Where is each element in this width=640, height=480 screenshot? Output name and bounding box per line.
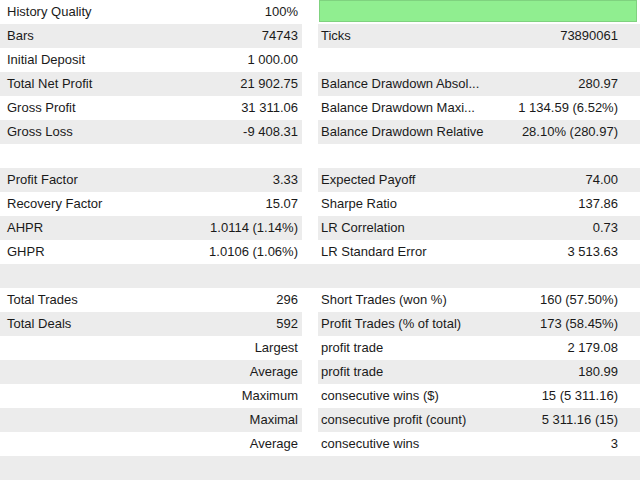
table-row: Maximum consecutive wins ($) 15 (5 311.1…: [0, 384, 640, 408]
column-gap: [302, 360, 318, 384]
row-right-section: [318, 0, 640, 24]
left-metric-label: [0, 408, 250, 432]
row-right-section: Balance Drawdown Absol... 280.97: [318, 72, 640, 96]
right-metric-label: Balance Drawdown Relative: [318, 120, 522, 144]
right-metric-label: Short Trades (won %): [318, 288, 540, 312]
left-metric-label: Gross Profit: [0, 96, 241, 120]
left-metric-value: 1.0114 (1.14%): [210, 216, 302, 240]
table-row: Initial Deposit 1 000.00: [0, 48, 640, 72]
right-metric-label: profit trade: [318, 360, 578, 384]
left-metric-value: 3.33: [273, 168, 302, 192]
row-left-section: Total Deals 592: [0, 312, 302, 336]
right-metric-value: 3: [611, 432, 640, 456]
column-gap: [302, 432, 318, 456]
right-metric-label: Sharpe Ratio: [318, 192, 578, 216]
row-right-section: LR Standard Error 3 513.63: [318, 240, 640, 264]
row-right-section: Profit Trades (% of total) 173 (58.45%): [318, 312, 640, 336]
table-row: Total Trades 296 Short Trades (won %) 16…: [0, 288, 640, 312]
row-right-section: Short Trades (won %) 160 (57.50%): [318, 288, 640, 312]
row-right-section: profit trade 180.99: [318, 360, 640, 384]
right-metric-value: 3 513.63: [567, 240, 640, 264]
left-metric-value: 21 902.75: [240, 72, 302, 96]
row-left-section: Initial Deposit 1 000.00: [0, 48, 302, 72]
right-metric-label: consecutive wins: [318, 432, 611, 456]
table-row: History Quality 100%: [0, 0, 640, 24]
right-metric-label: Expected Payoff: [318, 168, 585, 192]
right-metric-value: 74.00: [585, 168, 640, 192]
right-metric-value: 160 (57.50%): [540, 288, 640, 312]
row-right-section: Balance Drawdown Relative 28.10% (280.97…: [318, 120, 640, 144]
column-gap: [302, 0, 318, 24]
table-row: Gross Profit 31 311.06 Balance Drawdown …: [0, 96, 640, 120]
left-metric-label: [0, 336, 255, 360]
row-right-section: profit trade 2 179.08: [318, 336, 640, 360]
left-metric-value: -9 408.31: [243, 120, 302, 144]
column-gap: [302, 408, 318, 432]
left-metric-label: GHPR: [0, 240, 209, 264]
right-metric-label: Balance Drawdown Absol...: [318, 72, 578, 96]
right-metric-value: 180.99: [578, 360, 640, 384]
right-metric-value: 1 134.59 (6.52%): [518, 96, 640, 120]
column-gap: [302, 48, 318, 72]
column-gap: [302, 336, 318, 360]
separator-row: [0, 264, 640, 288]
right-metric-label: profit trade: [318, 336, 567, 360]
right-metric-value: 280.97: [578, 72, 640, 96]
right-metric-value: 137.86: [578, 192, 640, 216]
history-quality-bar: [319, 0, 637, 22]
left-metric-label: [0, 432, 250, 456]
row-left-section: Average: [0, 360, 302, 384]
row-right-section: LR Correlation 0.73: [318, 216, 640, 240]
column-gap: [302, 168, 318, 192]
left-metric-value: Maximum: [242, 384, 302, 408]
right-metric-value: 2 179.08: [567, 336, 640, 360]
left-metric-value: 1 000.00: [247, 48, 302, 72]
table-row: Total Deals 592 Profit Trades (% of tota…: [0, 312, 640, 336]
separator-row: [0, 456, 640, 480]
row-right-section: consecutive wins 3: [318, 432, 640, 456]
left-metric-label: Profit Factor: [0, 168, 273, 192]
left-metric-value: 15.07: [265, 192, 302, 216]
left-metric-label: [0, 360, 250, 384]
right-metric-label: Balance Drawdown Maxi...: [318, 96, 518, 120]
table-row: Average profit trade 180.99: [0, 360, 640, 384]
row-right-section: [318, 48, 640, 72]
row-right-section: Balance Drawdown Maxi... 1 134.59 (6.52%…: [318, 96, 640, 120]
row-left-section: Gross Loss -9 408.31: [0, 120, 302, 144]
row-left-section: GHPR 1.0106 (1.06%): [0, 240, 302, 264]
right-metric-value: 28.10% (280.97): [522, 120, 640, 144]
right-metric-value: [618, 48, 640, 72]
table-row: Maximal consecutive profit (count) 5 311…: [0, 408, 640, 432]
row-left-section: History Quality 100%: [0, 0, 302, 24]
left-metric-label: Bars: [0, 24, 262, 48]
separator-row: [0, 144, 640, 168]
column-gap: [302, 240, 318, 264]
left-metric-label: Recovery Factor: [0, 192, 265, 216]
column-gap: [302, 120, 318, 144]
right-metric-label: consecutive wins ($): [318, 384, 542, 408]
right-metric-value: 173 (58.45%): [540, 312, 640, 336]
row-right-section: consecutive profit (count) 5 311.16 (15): [318, 408, 640, 432]
row-left-section: Profit Factor 3.33: [0, 168, 302, 192]
left-metric-value: 1.0106 (1.06%): [209, 240, 302, 264]
row-left-section: Total Trades 296: [0, 288, 302, 312]
row-left-section: Largest: [0, 336, 302, 360]
column-gap: [302, 96, 318, 120]
left-metric-label: AHPR: [0, 216, 210, 240]
table-row: Total Net Profit 21 902.75 Balance Drawd…: [0, 72, 640, 96]
left-metric-label: [0, 384, 242, 408]
right-metric-value: 73890061: [560, 24, 640, 48]
left-metric-label: Total Net Profit: [0, 72, 240, 96]
right-metric-value: 5 311.16 (15): [542, 408, 640, 432]
left-metric-label: Initial Deposit: [0, 48, 247, 72]
left-metric-value: 296: [276, 288, 302, 312]
right-metric-value: 15 (5 311.16): [542, 384, 640, 408]
column-gap: [302, 24, 318, 48]
left-metric-value: 31 311.06: [241, 96, 302, 120]
table-row: Recovery Factor 15.07 Sharpe Ratio 137.8…: [0, 192, 640, 216]
row-left-section: Recovery Factor 15.07: [0, 192, 302, 216]
table-row: GHPR 1.0106 (1.06%) LR Standard Error 3 …: [0, 240, 640, 264]
column-gap: [302, 312, 318, 336]
column-gap: [302, 384, 318, 408]
column-gap: [302, 72, 318, 96]
